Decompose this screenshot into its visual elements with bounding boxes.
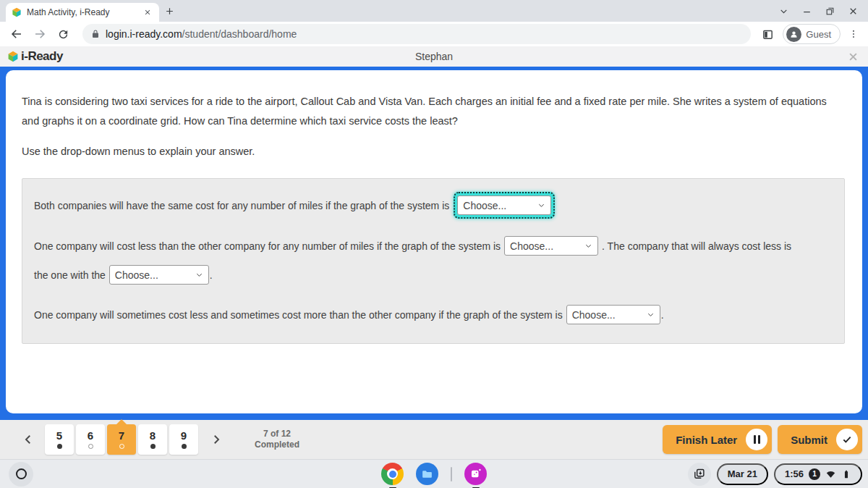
page-9-dot bbox=[182, 444, 187, 449]
iready-header: i-Ready Stephan bbox=[0, 46, 868, 67]
new-tab-icon[interactable] bbox=[159, 1, 179, 21]
selected-page-pointer bbox=[116, 419, 127, 425]
dropdown-2-value: Choose... bbox=[510, 240, 553, 252]
address-bar[interactable]: login.i-ready.com/student/dashboard/home bbox=[82, 24, 751, 44]
browser-toolbar: login.i-ready.com/student/dashboard/home… bbox=[0, 22, 868, 46]
submit-button[interactable]: Submit bbox=[778, 425, 862, 454]
window-chevron-down-icon[interactable] bbox=[775, 3, 791, 19]
dropdown-1-focus-highlight: Choose... bbox=[454, 192, 555, 219]
page-7-dot bbox=[119, 444, 124, 449]
student-name: Stephan bbox=[0, 51, 868, 62]
progress-count: 7 of 12 bbox=[255, 429, 299, 439]
browser-tab-strip: Math Activity, i-Ready bbox=[0, 0, 868, 22]
url-text: login.i-ready.com/student/dashboard/home bbox=[106, 28, 297, 40]
pause-icon bbox=[746, 429, 767, 450]
tab-close-icon[interactable] bbox=[142, 7, 153, 18]
screen-capture-icon[interactable] bbox=[688, 463, 711, 486]
finish-later-label: Finish Later bbox=[676, 434, 737, 446]
iready-favicon bbox=[12, 7, 22, 17]
chevron-down-icon bbox=[584, 242, 592, 250]
statement-row-2: One company will cost less than the othe… bbox=[34, 236, 833, 256]
statement-row-3: One company will sometimes cost less and… bbox=[34, 305, 833, 324]
notification-badge: 1 bbox=[809, 468, 820, 480]
check-icon bbox=[836, 429, 858, 450]
shelf-apps bbox=[381, 463, 487, 485]
guest-label: Guest bbox=[806, 29, 831, 40]
page-7-button-selected[interactable]: 7 bbox=[107, 424, 136, 455]
statements-box: Both companies will have the same cost f… bbox=[22, 178, 845, 344]
back-icon[interactable] bbox=[7, 25, 26, 43]
statement-1-text: Both companies will have the same cost f… bbox=[34, 200, 449, 211]
question-prompt: Tina is considering two taxi services fo… bbox=[22, 92, 845, 131]
page-cards: 5 6 7 8 9 bbox=[45, 424, 198, 455]
system-tray: Mar 21 1:56 1 bbox=[688, 463, 862, 486]
dropdown-1-value: Choose... bbox=[463, 200, 506, 211]
date-pill[interactable]: Mar 21 bbox=[717, 463, 768, 485]
forward-icon[interactable] bbox=[30, 25, 49, 43]
battery-icon bbox=[841, 469, 851, 479]
guest-profile-button[interactable]: Guest bbox=[783, 24, 841, 44]
activity-frame: Tina is considering two taxi services fo… bbox=[0, 67, 868, 420]
shelf-date: Mar 21 bbox=[728, 468, 757, 479]
screencast-app-icon[interactable] bbox=[464, 463, 487, 485]
window-restore-icon[interactable] bbox=[822, 3, 838, 19]
chevron-down-icon bbox=[537, 201, 545, 209]
page-8-button[interactable]: 8 bbox=[138, 424, 167, 455]
page-5-dot bbox=[57, 444, 62, 449]
activity-close-icon[interactable] bbox=[846, 50, 859, 63]
tab-title: Math Activity, i-Ready bbox=[27, 7, 137, 17]
dropdown-cost-less[interactable]: Choose... bbox=[504, 236, 598, 256]
period-text: . bbox=[210, 269, 213, 281]
dropdown-sometimes[interactable]: Choose... bbox=[566, 305, 660, 324]
window-close-icon[interactable] bbox=[845, 3, 861, 19]
finish-later-button[interactable]: Finish Later bbox=[663, 425, 772, 454]
page-9-button[interactable]: 9 bbox=[169, 424, 198, 455]
reload-icon[interactable] bbox=[54, 25, 72, 43]
statement-3-text: One company will sometimes cost less and… bbox=[34, 309, 563, 321]
browser-tab[interactable]: Math Activity, i-Ready bbox=[6, 3, 159, 22]
page-6-dot bbox=[88, 444, 93, 449]
dropdown-same-cost[interactable]: Choose... bbox=[457, 195, 551, 215]
page-6-button[interactable]: 6 bbox=[76, 424, 105, 455]
status-area[interactable]: 1:56 1 bbox=[774, 463, 862, 485]
side-panel-icon[interactable] bbox=[758, 25, 777, 43]
activity-footer: 5 6 7 8 9 7 of 12 bbox=[0, 420, 868, 459]
chrome-icon[interactable] bbox=[381, 463, 404, 485]
progress-indicator: 7 of 12 Completed bbox=[255, 429, 299, 450]
pager-previous-icon[interactable] bbox=[19, 430, 38, 449]
progress-sub: Completed bbox=[255, 439, 299, 450]
activity-content: Tina is considering two taxi services fo… bbox=[6, 70, 862, 413]
chromeos-shelf: Mar 21 1:56 1 bbox=[0, 459, 868, 488]
dropdown-4-value: Choose... bbox=[572, 309, 616, 321]
statement-2-text: One company will cost less than the othe… bbox=[34, 240, 501, 252]
statement-row-2-continued: the one with the Choose... . bbox=[34, 265, 833, 285]
wifi-icon bbox=[825, 468, 836, 479]
dropdown-one-with-the[interactable]: Choose... bbox=[109, 265, 209, 285]
period-text: . bbox=[661, 309, 664, 321]
pager-next-icon[interactable] bbox=[207, 430, 226, 449]
lock-icon bbox=[91, 30, 100, 38]
page-8-dot bbox=[150, 444, 156, 449]
window-minimize-icon[interactable] bbox=[799, 3, 814, 19]
chromeos-screen: Math Activity, i-Ready bbox=[0, 0, 868, 488]
url-path: /student/dashboard/home bbox=[182, 28, 297, 40]
avatar bbox=[786, 27, 801, 42]
toolbar-right: Guest bbox=[758, 24, 861, 44]
chevron-down-icon bbox=[195, 271, 203, 279]
files-app-icon[interactable] bbox=[416, 463, 438, 485]
statement-2-cont-text: the one with the bbox=[34, 269, 106, 281]
statement-row-1: Both companies will have the same cost f… bbox=[34, 192, 833, 219]
chevron-down-icon bbox=[647, 311, 655, 319]
dropdown-3-value: Choose... bbox=[115, 269, 158, 281]
question-instruction: Use the drop-down menus to explain your … bbox=[22, 146, 845, 157]
page-5-button[interactable]: 5 bbox=[45, 424, 74, 455]
statement-2-after-text: . The company that will always cost less… bbox=[602, 240, 791, 252]
launcher-icon[interactable] bbox=[9, 462, 33, 487]
url-domain: login.i-ready.com bbox=[106, 28, 182, 40]
browser-menu-icon[interactable] bbox=[846, 25, 861, 43]
shelf-separator bbox=[451, 467, 452, 481]
window-controls bbox=[775, 3, 868, 19]
submit-label: Submit bbox=[791, 434, 827, 446]
shelf-time: 1:56 bbox=[785, 468, 804, 479]
